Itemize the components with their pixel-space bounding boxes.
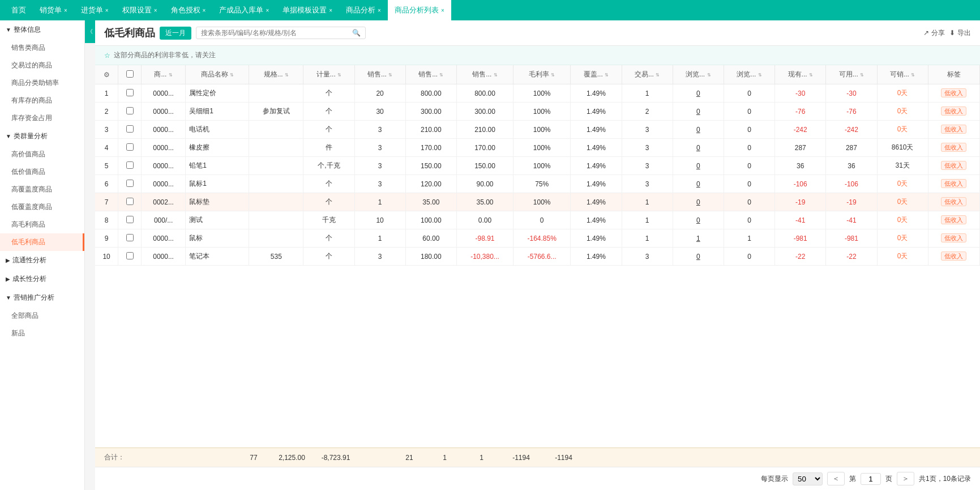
col-available[interactable]: 可用... ⇅ <box>826 65 877 84</box>
col-unit[interactable]: 计量... ⇅ <box>303 65 354 84</box>
browse1-link[interactable]: 0 <box>696 126 700 134</box>
col-sellable[interactable]: 可销... ⇅ <box>877 65 928 84</box>
row-browse1[interactable]: 0 <box>673 157 724 175</box>
row-checkbox[interactable] <box>118 103 142 121</box>
share-button[interactable]: ↗ 分享 <box>923 28 945 38</box>
row-checkbox[interactable] <box>118 229 142 248</box>
row-browse1[interactable]: 0 <box>673 84 724 103</box>
sidebar-item-low-coverage[interactable]: 低覆盖度商品 <box>0 198 84 216</box>
sort-icon[interactable]: ⇅ <box>551 73 555 78</box>
sort-icon[interactable]: ⇅ <box>337 73 341 78</box>
close-icon[interactable]: × <box>105 7 109 14</box>
close-icon[interactable]: × <box>203 7 206 14</box>
sidebar-item-low-margin[interactable]: 低毛利商品 <box>0 233 84 251</box>
sort-icon[interactable]: ⇅ <box>169 73 173 78</box>
nav-product-entry[interactable]: 产成品入库单× <box>212 0 276 20</box>
browse1-link[interactable]: 0 <box>696 90 700 97</box>
sidebar-item-in-stock[interactable]: 有库存的商品 <box>0 92 84 109</box>
close-icon[interactable]: × <box>64 7 67 14</box>
sidebar-group-marketing[interactable]: ▼ 营销推广分析 <box>0 288 84 307</box>
sort-icon[interactable]: ⇅ <box>230 73 234 78</box>
nav-template-settings[interactable]: 单据模板设置× <box>276 0 339 20</box>
row-checkbox[interactable] <box>118 84 142 103</box>
page-number-input[interactable] <box>861 473 881 485</box>
sidebar-item-inventory-capital[interactable]: 库存资金占用 <box>0 109 84 127</box>
row-select-checkbox[interactable] <box>126 216 134 223</box>
row-select-checkbox[interactable] <box>126 180 134 187</box>
settings-icon[interactable]: ⚙ <box>104 71 110 79</box>
close-icon[interactable]: × <box>329 7 332 14</box>
nav-permissions[interactable]: 权限设置× <box>115 0 164 20</box>
row-checkbox[interactable] <box>118 211 142 229</box>
col-margin-rate[interactable]: 毛利率 ⇅ <box>513 65 571 84</box>
row-checkbox[interactable] <box>118 175 142 193</box>
col-spec[interactable]: 规格... ⇅ <box>249 65 303 84</box>
browse1-link[interactable]: 0 <box>696 108 700 116</box>
col-checkbox[interactable] <box>118 65 142 84</box>
row-checkbox[interactable] <box>118 121 142 139</box>
nav-home[interactable]: 首页 <box>5 0 33 20</box>
row-select-checkbox[interactable] <box>126 234 134 241</box>
nav-purchase[interactable]: 进货单× <box>74 0 115 20</box>
nav-sales[interactable]: 销货单× <box>33 0 74 20</box>
col-browse2[interactable]: 浏览... ⇅ <box>724 65 774 84</box>
sidebar-group-overall[interactable]: ▼ 整体信息 <box>0 20 84 39</box>
browse1-link[interactable]: 0 <box>696 144 700 152</box>
export-button[interactable]: ⬇ 导出 <box>949 28 971 38</box>
row-checkbox[interactable] <box>118 139 142 157</box>
per-page-select[interactable]: 50 100 200 <box>793 472 823 485</box>
col-price[interactable]: 销售... ⇅ <box>405 65 456 84</box>
sort-icon[interactable]: ⇅ <box>439 73 443 78</box>
row-browse1[interactable]: 0 <box>673 139 724 157</box>
col-code[interactable]: 商... ⇅ <box>142 65 186 84</box>
prev-page-button[interactable]: ＜ <box>827 472 845 485</box>
row-browse1[interactable]: 0 <box>673 175 724 193</box>
close-icon[interactable]: × <box>441 7 444 14</box>
nav-product-analysis[interactable]: 商品分析× <box>339 0 388 20</box>
browse1-link[interactable]: 1 <box>696 235 700 242</box>
sort-icon[interactable]: ⇅ <box>809 73 813 78</box>
row-browse1[interactable]: 0 <box>673 121 724 139</box>
sidebar-group-circulation[interactable]: ▶ 流通性分析 <box>0 251 84 270</box>
sort-icon[interactable]: ⇅ <box>388 73 392 78</box>
close-icon[interactable]: × <box>266 7 269 14</box>
col-coverage[interactable]: 覆盖... ⇅ <box>571 65 622 84</box>
row-browse1[interactable]: 0 <box>673 193 724 211</box>
browse1-link[interactable]: 0 <box>696 162 700 170</box>
sort-icon[interactable]: ⇅ <box>860 73 864 78</box>
row-browse1[interactable]: 1 <box>673 229 724 248</box>
col-trade[interactable]: 交易... ⇅ <box>622 65 673 84</box>
row-select-checkbox[interactable] <box>126 107 134 114</box>
sidebar-group-growth[interactable]: ▶ 成长性分析 <box>0 270 84 288</box>
col-name[interactable]: 商品名称 ⇅ <box>186 65 249 84</box>
select-all-checkbox[interactable] <box>126 70 134 78</box>
sort-icon[interactable]: ⇅ <box>285 73 289 78</box>
sidebar-item-high-margin[interactable]: 高毛利商品 <box>0 216 84 233</box>
sidebar-group-cluster[interactable]: ▼ 类群量分析 <box>0 127 84 146</box>
col-browse1[interactable]: 浏览... ⇅ <box>673 65 724 84</box>
sidebar-item-traded-products[interactable]: 交易过的商品 <box>0 57 84 74</box>
browse1-link[interactable]: 0 <box>696 180 700 188</box>
sidebar-item-all-products[interactable]: 全部商品 <box>0 307 84 325</box>
sort-icon[interactable]: ⇅ <box>707 73 711 78</box>
browse1-link[interactable]: 0 <box>696 198 700 206</box>
row-select-checkbox[interactable] <box>126 161 134 169</box>
row-select-checkbox[interactable] <box>126 89 134 96</box>
sidebar-item-new-products[interactable]: 新品 <box>0 325 84 342</box>
row-checkbox[interactable] <box>118 193 142 211</box>
row-select-checkbox[interactable] <box>126 198 134 205</box>
col-stock[interactable]: 现有... ⇅ <box>775 65 826 84</box>
sort-icon[interactable]: ⇅ <box>656 73 660 78</box>
sort-icon[interactable]: ⇅ <box>758 73 762 78</box>
row-select-checkbox[interactable] <box>126 252 134 259</box>
next-page-button[interactable]: ＞ <box>897 472 914 485</box>
row-select-checkbox[interactable] <box>126 125 134 133</box>
sidebar-item-category-assist[interactable]: 商品分类助销率 <box>0 74 84 92</box>
sort-icon[interactable]: ⇅ <box>911 73 915 78</box>
sort-icon[interactable]: ⇅ <box>494 73 498 78</box>
row-browse1[interactable]: 0 <box>673 211 724 229</box>
browse1-link[interactable]: 0 <box>696 253 700 261</box>
nav-product-analysis-list[interactable]: 商品分析列表× <box>388 0 451 20</box>
row-browse1[interactable]: 0 <box>673 103 724 121</box>
sort-icon[interactable]: ⇅ <box>605 73 609 78</box>
